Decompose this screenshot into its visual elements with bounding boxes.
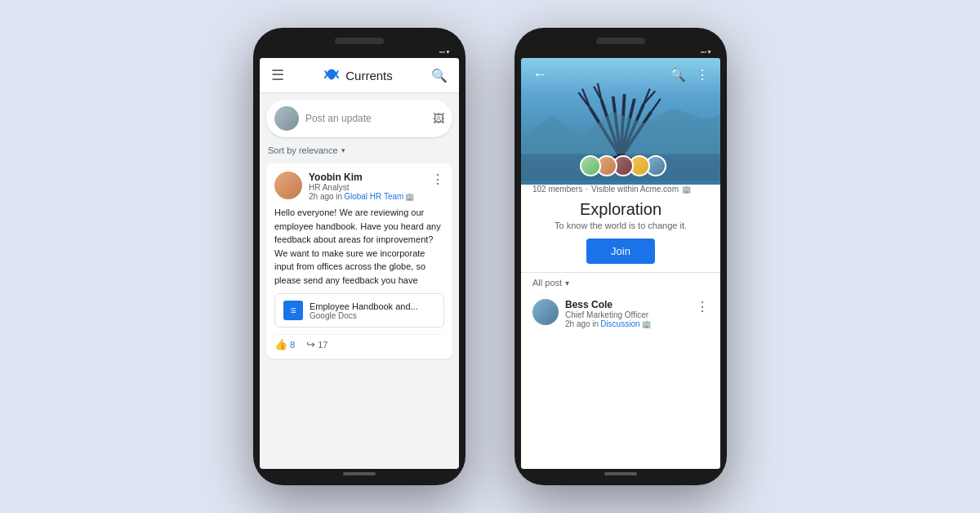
user-role-1: HR Analyst [309, 183, 414, 192]
like-button-1[interactable]: 👍 8 [274, 338, 295, 350]
group-tagline: To know the world is to change it. [521, 221, 720, 239]
members-info: 102 members · Visible within Acme.com 🏢 [521, 185, 720, 197]
topbar-1: ☰ Currents 🔍 [260, 58, 459, 93]
separator: · [586, 185, 588, 194]
all-post-bar: All post ▾ [521, 272, 720, 292]
share-icon: ↪ [306, 338, 315, 350]
image-icon[interactable]: 🖼 [433, 112, 444, 125]
phone-2: ▪▪▪▼ [514, 28, 727, 485]
phone2-community-link[interactable]: Discussion [600, 319, 639, 328]
like-count: 8 [290, 340, 295, 350]
phone2-user: Bess Cole Chief Marketing Officer 2h ago… [532, 299, 651, 328]
user-info-1: Yoobin Kim HR Analyst 2h ago in Global H… [309, 172, 414, 201]
post-actions-1: 👍 8 ↪ 17 [274, 334, 444, 350]
like-icon: 👍 [274, 338, 287, 350]
member-avatar-1 [580, 155, 601, 176]
all-post-label[interactable]: All post [532, 278, 562, 288]
members-count: 102 members [532, 185, 582, 194]
user-name-1: Yoobin Kim [309, 172, 414, 183]
more-icon-1[interactable]: ⋮ [431, 172, 444, 187]
phone-screen-1: ☰ Currents 🔍 Post an update 🖼 Sort by re… [260, 58, 459, 469]
phone2-user-role: Chief Marketing Officer [565, 310, 651, 319]
status-bar-2: ▪▪▪▼ [521, 49, 720, 55]
visibility: Visible within Acme.com [591, 185, 679, 194]
phone2-time-text: 2h ago in [565, 319, 599, 328]
post-placeholder[interactable]: Post an update [305, 113, 426, 124]
post-content-1: Hello everyone! We are reviewing our emp… [274, 206, 444, 287]
user-avatar-1 [274, 172, 302, 199]
doc-source: Google Docs [310, 311, 418, 320]
menu-icon[interactable]: ☰ [271, 66, 284, 84]
currents-logo: Currents [323, 66, 393, 84]
post-update-bar[interactable]: Post an update 🖼 [266, 100, 452, 137]
all-post-dropdown[interactable]: ▾ [565, 279, 569, 288]
phone2-community-icon: 🏢 [642, 320, 651, 328]
sort-dropdown-icon[interactable]: ▾ [341, 146, 345, 154]
join-button[interactable]: Join [586, 239, 655, 264]
post-time-1: 2h ago in Global HR Team 🏢 [309, 192, 414, 201]
app-name: Currents [345, 69, 393, 83]
user-avatar-input [274, 106, 299, 131]
battery-icon: ▪▪▪▼ [439, 49, 451, 55]
currents-logo-icon [323, 66, 341, 84]
more-icon-3[interactable]: ⋮ [696, 299, 709, 314]
community-icon-1: 🏢 [405, 193, 414, 201]
svg-marker-17 [521, 108, 720, 154]
group-title: Exploration [521, 197, 720, 221]
hero-image: ← 🔍 ⋮ [521, 58, 720, 185]
phone-notch-2 [596, 38, 645, 44]
community-link-1[interactable]: Global HR Team [344, 192, 403, 201]
battery-icon-2: ▪▪▪▼ [701, 49, 712, 55]
post-time-text: 2h ago in [309, 192, 342, 201]
status-bar-1: ▪▪▪▼ [260, 49, 459, 55]
phone2-post-time: 2h ago in Discussion 🏢 [565, 319, 651, 328]
phone-screen-2: ← 🔍 ⋮ 102 members · Visible within Acme. [521, 58, 720, 469]
phone-notch [335, 38, 384, 44]
sort-bar: Sort by relevance ▾ [260, 141, 459, 160]
back-icon[interactable]: ← [532, 66, 547, 83]
sort-label[interactable]: Sort by relevance [268, 145, 338, 155]
feed-card-user: Yoobin Kim HR Analyst 2h ago in Global H… [274, 172, 414, 201]
visibility-icon: 🏢 [682, 185, 691, 194]
doc-info: Employee Handbook and... Google Docs [310, 301, 418, 320]
phone2-user-info: Bess Cole Chief Marketing Officer 2h ago… [565, 299, 651, 328]
doc-preview-1[interactable]: ≡ Employee Handbook and... Google Docs [274, 293, 444, 328]
search-icon-1[interactable]: 🔍 [431, 68, 448, 83]
phone2-avatar [532, 299, 559, 325]
member-avatars-row [580, 155, 662, 176]
phone-1: ▪▪▪▼ ☰ Currents 🔍 Post an update 🖼 Sort … [253, 28, 466, 485]
home-bar-1 [343, 472, 376, 475]
share-count: 17 [318, 340, 327, 350]
home-bar-2 [604, 472, 637, 475]
doc-icon: ≡ [283, 301, 303, 320]
phone2-feed-card: Bess Cole Chief Marketing Officer 2h ago… [521, 292, 720, 335]
phone2-user-name: Bess Cole [565, 299, 651, 310]
topbar-icons-2: 🔍 ⋮ [670, 67, 709, 83]
more-icon-2[interactable]: ⋮ [696, 67, 709, 83]
feed-card-header: Yoobin Kim HR Analyst 2h ago in Global H… [274, 172, 444, 201]
topbar-2: ← 🔍 ⋮ [521, 58, 720, 91]
share-button-1[interactable]: ↪ 17 [306, 338, 327, 350]
doc-name: Employee Handbook and... [310, 301, 418, 311]
svg-line-15 [652, 99, 661, 112]
feed-card-1: Yoobin Kim HR Analyst 2h ago in Global H… [266, 163, 452, 359]
search-icon-2[interactable]: 🔍 [670, 67, 686, 83]
phone2-content: 102 members · Visible within Acme.com 🏢 … [521, 185, 720, 469]
